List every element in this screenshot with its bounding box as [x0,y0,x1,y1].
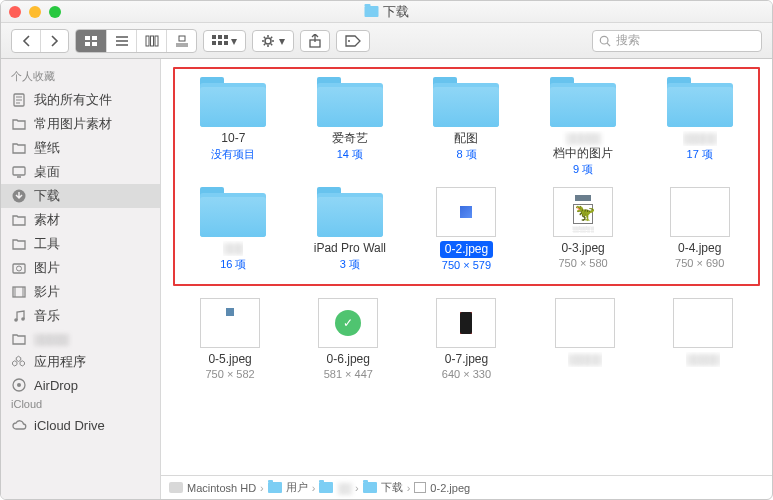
file-item[interactable]: 0-2.jpeg750 × 579 [410,185,523,274]
column-view-button[interactable] [136,30,166,52]
doc-icon [11,92,27,108]
sidebar-item-label: 工具 [34,235,60,253]
image-thumbnail [673,298,733,348]
sidebar-item[interactable]: 影片 [1,280,160,304]
sidebar-item[interactable]: iCloud Drive [1,414,160,436]
sidebar-item-label: 下载 [34,187,60,205]
action-button[interactable]: ▾ [252,30,293,52]
tags-button[interactable] [336,30,370,52]
sidebar-item-label: 音乐 [34,307,60,325]
sidebar-item[interactable]: AirDrop [1,374,160,396]
icon-view-button[interactable] [76,30,106,52]
item-subtitle: 750 × 580 [558,257,607,269]
svg-rect-7 [179,36,185,41]
sidebar-item[interactable]: 素材 [1,208,160,232]
content-area[interactable]: 10-7没有项目爱奇艺14 项配图8 项░░░░░档中的图片9 项░░░░░17… [161,59,772,475]
close-button[interactable] [9,6,21,18]
svg-rect-21 [13,264,25,273]
minimize-button[interactable] [29,6,41,18]
item-name: iPad Pro Wall [314,241,386,256]
sidebar-item[interactable]: ░░░░░ [1,328,160,350]
item-name: 爱奇艺 [332,131,368,146]
breadcrumb-label: ░░ [337,482,351,494]
item-name: ░░░░░ [683,131,717,146]
arrange-button[interactable]: ▾ [203,30,246,52]
file-item[interactable]: 配图8 项 [410,75,523,179]
sidebar-section-header: iCloud [1,396,160,414]
zoom-button[interactable] [49,6,61,18]
item-name: 0-6.jpeg [327,352,370,367]
coverflow-view-button[interactable] [166,30,196,52]
file-item[interactable]: ░░░░░档中的图片9 项 [527,75,640,179]
sidebar-item[interactable]: 下载 [1,184,160,208]
breadcrumb-separator: › [355,482,359,494]
image-thumbnail [436,298,496,348]
svg-rect-2 [85,42,90,46]
sidebar-item-label: AirDrop [34,378,78,393]
sidebar-item[interactable]: 工具 [1,232,160,256]
breadcrumb-item[interactable]: ░░ [319,482,351,494]
list-view-button[interactable] [106,30,136,52]
file-item[interactable]: ░░░░░17 项 [643,75,756,179]
sidebar-item[interactable]: 应用程序 [1,350,160,374]
file-item[interactable]: 0-4.jpeg750 × 690 [643,185,756,274]
breadcrumb-item[interactable]: Macintosh HD [169,482,256,494]
item-name: 10-7 [221,131,245,146]
file-item[interactable]: 🦖░░░░░░0-3.jpeg750 × 580 [527,185,640,274]
window-title-text: 下载 [383,3,409,21]
sidebar-item-label: 影片 [34,283,60,301]
sidebar-item[interactable]: 桌面 [1,160,160,184]
sidebar-section-header: 个人收藏 [1,67,160,88]
file-item[interactable]: ░░░16 项 [177,185,290,274]
sidebar-item[interactable]: 图片 [1,256,160,280]
svg-rect-12 [218,41,222,45]
back-button[interactable] [12,30,40,52]
svg-rect-5 [150,36,153,46]
search-field[interactable]: 搜索 [592,30,762,52]
sidebar: 个人收藏我的所有文件常用图片素材壁纸桌面下载素材工具图片影片音乐░░░░░应用程… [1,59,161,499]
item-subtitle: 9 项 [573,162,593,177]
folder-icon [11,236,27,252]
file-item[interactable]: 爱奇艺14 项 [294,75,407,179]
sidebar-item-label: 应用程序 [34,353,86,371]
breadcrumb-item[interactable]: 0-2.jpeg [414,482,470,494]
sidebar-item[interactable]: 音乐 [1,304,160,328]
item-subtitle: 750 × 579 [442,259,491,271]
svg-rect-4 [146,36,149,46]
share-button[interactable] [300,30,330,52]
item-subtitle: 640 × 330 [442,368,491,380]
file-item[interactable]: ░░░░░ [646,296,760,382]
file-item[interactable]: iPad Pro Wall3 项 [294,185,407,274]
folder-icon [200,77,266,127]
sidebar-item[interactable]: 壁纸 [1,136,160,160]
folder-icon [317,77,383,127]
folder-icon [200,187,266,237]
disk-icon [169,482,183,493]
sidebar-item-label: 图片 [34,259,60,277]
item-subtitle: 3 项 [340,257,360,272]
folder-icon [11,212,27,228]
nav-group [11,29,69,53]
sidebar-item[interactable]: 常用图片素材 [1,112,160,136]
sidebar-item-label: 壁纸 [34,139,60,157]
forward-button[interactable] [40,30,68,52]
item-name: 0-7.jpeg [445,352,488,367]
item-subtitle: 14 项 [337,147,363,162]
folder-icon [11,116,27,132]
download-icon [11,188,27,204]
sidebar-item[interactable]: 我的所有文件 [1,88,160,112]
sidebar-item-label: ░░░░░ [34,333,68,345]
item-subtitle: 8 项 [456,147,476,162]
breadcrumb-item[interactable]: 用户 [268,480,308,495]
breadcrumb-separator: › [260,482,264,494]
file-item[interactable]: ░░░░░ [528,296,642,382]
file-item[interactable]: ✓0-6.jpeg581 × 447 [291,296,405,382]
file-item[interactable]: 0-7.jpeg640 × 330 [409,296,523,382]
svg-point-16 [348,40,350,42]
image-thumbnail [555,298,615,348]
file-item[interactable]: 10-7没有项目 [177,75,290,179]
item-subtitle: 17 项 [687,147,713,162]
folder-icon [550,77,616,127]
breadcrumb-item[interactable]: 下载 [363,480,403,495]
file-item[interactable]: 0-5.jpeg750 × 582 [173,296,287,382]
